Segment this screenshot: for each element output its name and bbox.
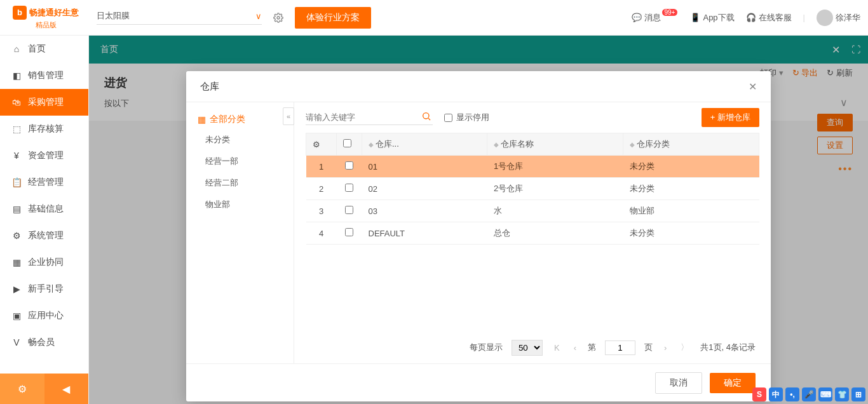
sidebar-item-member[interactable]: V畅会员: [0, 329, 88, 356]
sidebar-item-guide[interactable]: ▶新手引导: [0, 276, 88, 302]
svg-point-1: [423, 113, 429, 119]
col-gear[interactable]: ⚙: [306, 133, 337, 156]
search-icon[interactable]: [421, 111, 431, 124]
last-page-icon[interactable]: 〉: [678, 342, 691, 353]
prev-page-icon[interactable]: ‹: [571, 343, 579, 353]
main-area: 首页 ✕ ⛶ 进货 按以下 打印 ▾ ↻ 导出 ↻ 刷新 ∨ 查询 设置 •••: [89, 36, 868, 404]
next-page-icon[interactable]: ›: [661, 343, 669, 353]
close-icon[interactable]: ✕: [749, 81, 757, 93]
pagination: 每页显示 50 K ‹ 第 页 › 〉 共1页, 4条记录: [294, 332, 771, 363]
search-input[interactable]: [306, 110, 433, 125]
page-summary: 共1页, 4条记录: [700, 342, 756, 353]
ime-bar: S 中 •, 🎤 ⌨ 👕 ⊞: [752, 387, 865, 401]
gear-icon: ⚙: [18, 383, 27, 395]
ok-button[interactable]: 确定: [710, 373, 756, 393]
gear-icon: ⚙: [313, 140, 320, 149]
warehouse-table: ⚙ ◆仓库... ◆仓库名称 ◆仓库分类 1011号仓库未分类2022号仓库未分…: [306, 133, 759, 245]
app-download-link[interactable]: 📱 App下载: [690, 12, 734, 24]
ime-icon[interactable]: ⌨: [818, 387, 832, 401]
company-name: 日太阳膜: [97, 10, 130, 22]
info-icon: ▤: [11, 204, 22, 214]
ime-icon[interactable]: S: [752, 387, 766, 401]
sidebar-item-finance[interactable]: ¥资金管理: [0, 142, 88, 169]
svg-point-0: [277, 17, 280, 19]
box-icon: ⬚: [11, 124, 22, 134]
show-disabled-checkbox[interactable]: 显示停用: [444, 112, 489, 123]
ime-icon[interactable]: 🎤: [802, 387, 816, 401]
category-item[interactable]: 经营一部: [186, 151, 294, 172]
gear-icon: ⚙: [11, 231, 22, 241]
sidebar-item-basicinfo[interactable]: ▤基础信息: [0, 196, 88, 222]
sales-icon: ◧: [11, 71, 22, 81]
table-row[interactable]: 303水物业部: [306, 200, 759, 222]
category-item[interactable]: 未分类: [186, 129, 294, 151]
collapse-panel-icon[interactable]: «: [283, 107, 294, 125]
category-item[interactable]: 物业部: [186, 194, 294, 215]
col-checkbox[interactable]: [337, 133, 362, 156]
category-root[interactable]: ▦ 全部分类: [186, 110, 294, 129]
top-right: 💬 消息 99+ 📱 App下载 🎧 在线客服 | 徐泽华: [632, 10, 861, 26]
avatar-icon: [817, 10, 833, 26]
company-select[interactable]: 日太阳膜 ∨: [97, 10, 262, 25]
home-icon: ⌂: [11, 44, 22, 54]
cart-icon: 🛍: [11, 97, 22, 107]
phone-icon: 📱: [690, 13, 700, 23]
sidebar-item-sales[interactable]: ◧销售管理: [0, 62, 88, 89]
sidebar-item-inventory[interactable]: ⬚库存核算: [0, 116, 88, 142]
top-header: b 畅捷通好生意 精品版 日太阳膜 ∨ 体验行业方案 💬 消息 99+ 📱 Ap…: [0, 0, 868, 36]
chevron-down-icon: ∨: [255, 11, 262, 21]
service-link[interactable]: 🎧 在线客服: [746, 12, 792, 24]
gear-icon[interactable]: [273, 13, 283, 23]
col-category[interactable]: ◆仓库分类: [623, 133, 759, 156]
money-icon: ¥: [11, 151, 22, 161]
collapse-button[interactable]: ◀: [44, 374, 89, 404]
col-code[interactable]: ◆仓库...: [362, 133, 487, 156]
sidebar-item-home[interactable]: ⌂首页: [0, 36, 88, 62]
per-page-select[interactable]: 50: [512, 340, 543, 356]
user-menu[interactable]: 徐泽华: [817, 10, 860, 26]
warehouse-modal: 仓库 ✕ ▦ 全部分类 未分类 经营一部 经营二部 物业部 «: [186, 71, 771, 401]
ime-icon[interactable]: 👕: [835, 387, 849, 401]
sidebar-item-collab[interactable]: ▦企业协同: [0, 249, 88, 276]
brand-sub: 精品版: [36, 20, 57, 30]
table-row[interactable]: 1011号仓库未分类: [306, 156, 759, 178]
message-badge: 99+: [662, 9, 678, 16]
message-icon: 💬: [632, 13, 642, 23]
page-input[interactable]: [605, 340, 635, 355]
vip-icon: V: [11, 337, 22, 347]
ime-icon[interactable]: •,: [785, 387, 799, 401]
apps-icon: ▣: [11, 311, 22, 321]
sidebar-item-apps[interactable]: ▣应用中心: [0, 302, 88, 329]
modal-title: 仓库: [200, 81, 219, 93]
clipboard-icon: 📋: [11, 177, 22, 187]
headset-icon: 🎧: [746, 13, 756, 23]
new-warehouse-button[interactable]: + 新增仓库: [702, 108, 759, 127]
sidebar: ⌂首页 ◧销售管理 🛍采购管理 ⬚库存核算 ¥资金管理 📋经营管理 ▤基础信息 …: [0, 36, 89, 404]
ime-icon[interactable]: 中: [769, 387, 783, 401]
table-row[interactable]: 2022号仓库未分类: [306, 178, 759, 200]
table-panel: 显示停用 + 新增仓库 ⚙ ◆仓库... ◆仓库名称: [294, 102, 771, 363]
guide-icon: ▶: [11, 284, 22, 294]
cta-button[interactable]: 体验行业方案: [295, 7, 371, 29]
grid-icon: ▦: [198, 114, 206, 125]
brand-text: 畅捷通好生意: [29, 7, 79, 18]
messages-link[interactable]: 💬 消息 99+: [632, 12, 679, 24]
logo-icon: b: [13, 6, 27, 20]
category-item[interactable]: 经营二部: [186, 172, 294, 194]
first-page-icon[interactable]: K: [552, 343, 562, 353]
collapse-icon: ◀: [62, 383, 70, 395]
table-row[interactable]: 4DEFAULT总仓未分类: [306, 222, 759, 245]
team-icon: ▦: [11, 257, 22, 267]
modal-overlay: 仓库 ✕ ▦ 全部分类 未分类 经营一部 经营二部 物业部 «: [89, 36, 868, 404]
settings-button[interactable]: ⚙: [0, 374, 44, 404]
ime-icon[interactable]: ⊞: [851, 387, 865, 401]
col-name[interactable]: ◆仓库名称: [487, 133, 623, 156]
sidebar-item-operation[interactable]: 📋经营管理: [0, 169, 88, 196]
cancel-button[interactable]: 取消: [655, 372, 702, 394]
category-panel: ▦ 全部分类 未分类 经营一部 经营二部 物业部 «: [186, 102, 294, 363]
logo: b 畅捷通好生意 精品版: [8, 6, 84, 30]
sidebar-item-purchase[interactable]: 🛍采购管理: [0, 89, 88, 116]
sidebar-item-system[interactable]: ⚙系统管理: [0, 222, 88, 249]
